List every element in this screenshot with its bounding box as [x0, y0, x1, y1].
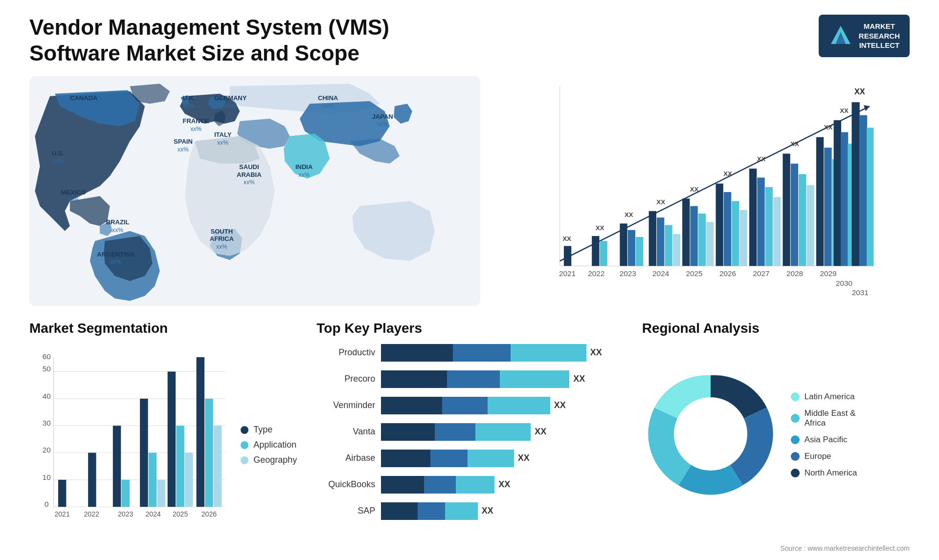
svg-text:2025: 2025 [686, 269, 702, 277]
map-label-germany: GERMANYxx% [214, 94, 246, 109]
player-bar-sap: XX [381, 502, 622, 520]
svg-rect-6 [564, 246, 571, 266]
player-xx-sap: XX [482, 506, 493, 516]
bottom-section: Market Segmentation 0 10 20 30 40 50 60 [29, 321, 910, 526]
latin-america-dot [791, 392, 800, 401]
map-label-italy: ITALYxx% [214, 131, 231, 146]
segmentation-chart: 0 10 20 30 40 50 60 [29, 344, 231, 526]
svg-text:2027: 2027 [753, 269, 769, 277]
player-xx-vanta: XX [535, 427, 546, 437]
player-row-venminder: Venminder XX [316, 397, 622, 414]
svg-text:XX: XX [790, 140, 799, 148]
map-label-brazil: BRAZILxx% [106, 218, 130, 234]
top-section: CANADAxx% U.S.xx% MEXICOxx% BRAZILxx% AR… [29, 76, 910, 306]
svg-rect-17 [665, 225, 672, 266]
player-bar-vanta: XX [381, 423, 622, 441]
legend-type: Type [241, 425, 297, 435]
segmentation-legend: Type Application Geography [241, 350, 297, 526]
donut-area: Latin America Middle East &Africa Asia P… [642, 344, 910, 526]
svg-rect-9 [600, 241, 607, 266]
player-name-precoro: Precoro [316, 374, 375, 384]
svg-rect-84 [149, 452, 156, 507]
page-title: Vendor Management System (VMS) Software … [29, 15, 470, 66]
north-america-dot [791, 469, 800, 477]
svg-text:0: 0 [45, 500, 49, 508]
svg-text:2023: 2023 [118, 510, 134, 518]
svg-rect-22 [698, 214, 706, 266]
svg-rect-91 [214, 426, 222, 507]
svg-text:2026: 2026 [201, 510, 217, 518]
player-xx-quickbooks: XX [498, 479, 510, 490]
svg-rect-89 [197, 357, 204, 507]
header: Vendor Management System (VMS) Software … [29, 15, 910, 66]
legend-europe: Europe [791, 452, 857, 461]
svg-text:XX: XX [656, 198, 665, 205]
player-row-quickbooks: QuickBooks XX [316, 476, 622, 494]
svg-text:XX: XX [840, 107, 849, 114]
svg-text:XX: XX [854, 86, 865, 95]
svg-rect-25 [715, 183, 723, 266]
player-xx-airbase: XX [518, 453, 530, 463]
svg-text:XX: XX [562, 235, 571, 242]
map-label-france: FRANCExx% [182, 117, 209, 132]
svg-rect-82 [121, 479, 129, 506]
map-label-us: U.S.xx% [52, 150, 64, 165]
key-players-panel: Top Key Players Productiv XX [316, 321, 622, 526]
svg-rect-32 [765, 187, 773, 265]
svg-rect-51 [859, 115, 867, 266]
europe-dot [791, 452, 800, 461]
player-name-sap: SAP [316, 506, 375, 516]
logo-icon [828, 23, 853, 48]
svg-rect-13 [636, 237, 643, 266]
growth-chart-svg: XX XX XX XX XX [500, 76, 910, 306]
map-label-japan: JAPANxx% [372, 113, 393, 128]
map-label-canada: CANADAxx% [70, 94, 97, 109]
map-svg [29, 76, 480, 306]
svg-rect-27 [732, 201, 739, 266]
segmentation-panel: Market Segmentation 0 10 20 30 40 50 60 [29, 321, 297, 526]
asia-pacific-dot [791, 435, 800, 444]
donut-svg [642, 366, 779, 502]
svg-text:2021: 2021 [54, 510, 70, 518]
svg-rect-38 [806, 185, 814, 266]
player-bar-airbase: XX [381, 450, 622, 467]
map-label-mexico: MEXICOxx% [61, 189, 86, 204]
map-label-southafrica: SOUTHAFRICAxx% [210, 228, 234, 251]
svg-rect-41 [824, 148, 831, 266]
svg-text:2024: 2024 [652, 269, 670, 277]
application-dot [241, 441, 248, 449]
svg-text:XX: XX [596, 224, 604, 231]
player-row-airbase: Airbase XX [316, 450, 622, 467]
svg-text:2028: 2028 [786, 269, 803, 277]
world-map: CANADAxx% U.S.xx% MEXICOxx% BRAZILxx% AR… [29, 76, 480, 306]
svg-rect-20 [682, 198, 690, 266]
svg-rect-18 [673, 234, 680, 265]
player-bar-precoro: XX [381, 370, 622, 388]
legend-latin-america: Latin America [791, 392, 857, 402]
svg-rect-21 [690, 206, 697, 266]
regional-title: Regional Analysis [642, 321, 910, 336]
svg-text:XX: XX [690, 186, 699, 193]
map-label-argentina: ARGENTINAxx% [97, 251, 134, 266]
player-row-precoro: Precoro XX [316, 370, 622, 388]
svg-text:XX: XX [757, 155, 766, 162]
svg-text:2022: 2022 [84, 510, 99, 518]
legend-middle-east: Middle East &Africa [791, 409, 857, 428]
svg-rect-30 [749, 169, 757, 266]
player-row-sap: SAP XX [316, 502, 622, 520]
legend-north-america: North America [791, 468, 857, 478]
svg-point-98 [674, 397, 747, 471]
players-list: Productiv XX Precoro [316, 344, 622, 526]
svg-rect-35 [782, 153, 790, 266]
svg-text:30: 30 [43, 419, 51, 427]
svg-rect-12 [628, 230, 635, 266]
type-dot [241, 426, 248, 434]
svg-text:10: 10 [43, 473, 51, 481]
svg-rect-45 [834, 120, 841, 266]
logo-text: MARKET RESEARCH INTELLECT [859, 22, 900, 50]
svg-rect-15 [649, 211, 656, 265]
player-xx-venminder: XX [554, 400, 566, 410]
svg-text:2024: 2024 [145, 510, 161, 518]
svg-text:40: 40 [43, 391, 51, 400]
map-label-saudi: SAUDIARABIAxx% [237, 163, 262, 186]
